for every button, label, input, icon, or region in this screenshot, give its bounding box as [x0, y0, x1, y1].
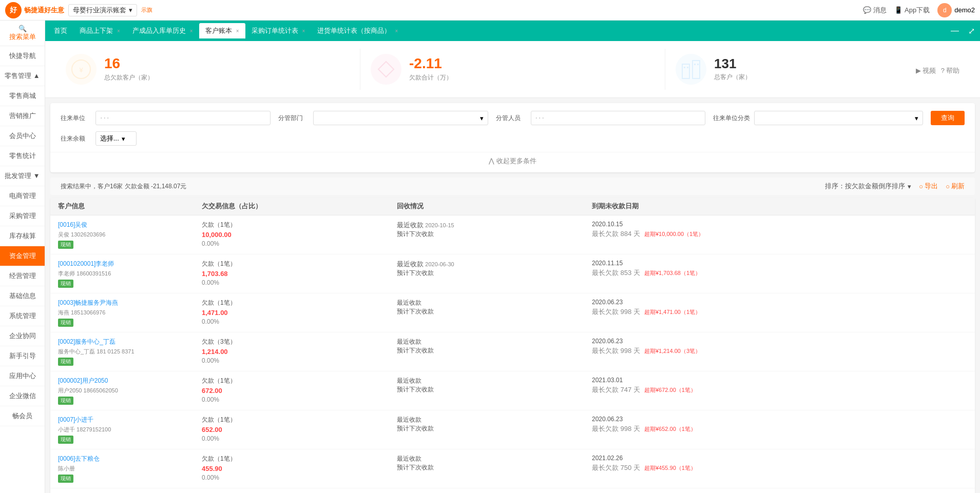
filter-collapse-btn[interactable]: ⋀ 收起更多条件 [50, 152, 975, 170]
overdue-text-row6[interactable]: 超期¥652.00（1笔） [644, 426, 696, 432]
client-name-row3[interactable]: [0003]畅捷服务尹海燕 [58, 299, 202, 307]
logo-area: 好 畅捷通好生意 [5, 2, 64, 18]
client-tag-row7: 现销 [58, 475, 73, 483]
tab-close-purchase-stats[interactable]: × [302, 28, 305, 34]
header-due-date: 到期未收款日期 [592, 202, 967, 211]
debt-label-row7: 欠款（1笔） [202, 455, 397, 463]
tab-home[interactable]: 首页 [48, 23, 73, 38]
tab-customer-account[interactable]: 客户账本 × [199, 23, 245, 38]
sidebar-item-system-mgmt[interactable]: 系统管理 [0, 306, 45, 326]
client-tag-row1: 现销 [58, 241, 73, 249]
due-date-row2: 2020.11.15 [592, 260, 967, 267]
refresh-btn[interactable]: ○ 刷新 [946, 182, 965, 191]
app-download-action[interactable]: 📱 App下载 [894, 6, 930, 15]
overdue-days-row3: 最长欠款 998 天 超期¥1,471.00（1笔） [592, 307, 967, 317]
sidebar-item-enterprise-collab[interactable]: 企业协同 [0, 326, 45, 346]
client-name-row4[interactable]: [0002]服务中心_丁磊 [58, 338, 202, 346]
overdue-text-row3[interactable]: 超期¥1,471.00（1笔） [644, 309, 701, 315]
message-action[interactable]: 💬 消息 [863, 6, 887, 15]
client-name-row2[interactable]: [0001020001]李老师 [58, 260, 202, 268]
sort-selector[interactable]: 排序：按欠款金额倒序排序 ▾ [825, 182, 911, 191]
sidebar-item-new-guide[interactable]: 新手引导 [0, 346, 45, 366]
company-selector[interactable]: 母婴行业演示账套 ▾ [68, 4, 137, 16]
sidebar-item-marketing[interactable]: 营销推广 [0, 106, 45, 126]
stat-card-debt-amount: -2.11 欠款合计（万） [360, 49, 665, 90]
filter-dept: 分管部门 ▾ [278, 111, 488, 125]
due-col-row2: 2020.11.15 最长欠款 853 天 超期¥1,703.68（1笔） [592, 260, 967, 278]
svg-text:¥: ¥ [79, 66, 83, 74]
balance-dropdown[interactable]: 选择... ▾ [95, 131, 137, 146]
logo-icon: 好 [5, 2, 22, 18]
tab-minimize-btn[interactable]: — [948, 25, 962, 36]
tab-close-production-history[interactable]: × [190, 28, 193, 34]
sidebar-item-operations-mgmt[interactable]: 经营管理 [0, 266, 45, 286]
tab-expand-btn[interactable]: ⤢ [966, 25, 977, 37]
tab-products-up-down[interactable]: 商品上下架 × [73, 23, 126, 38]
debt-label-row6: 欠款（1笔） [202, 416, 397, 424]
debt-label-row2: 欠款（1笔） [202, 260, 397, 268]
client-detail-row1: 吴俊 13026203696 [58, 231, 202, 239]
table-row: [0001020001]李老师 李老师 18600391516 现销 欠款（1笔… [50, 254, 975, 293]
tab-close-customer-account[interactable]: × [236, 28, 239, 34]
return-col-row5: 最近收款 预计下次收款 [397, 377, 592, 394]
stat-icon-diamond [371, 54, 401, 85]
overdue-text-row1[interactable]: 超期¥10,000.00（1笔） [644, 231, 704, 237]
tab-close-products-up-down[interactable]: × [117, 28, 120, 34]
return-next-row3: 预计下次收款 [397, 307, 592, 316]
client-detail-row7: 陈小册 [58, 465, 202, 472]
client-name-row7[interactable]: [0006]去下粮仓 [58, 455, 202, 463]
page-content: ¥ 16 总欠款客户（家） -2. [45, 41, 980, 493]
overdue-text-row2[interactable]: 超期¥1,703.68（1笔） [644, 270, 701, 276]
manager-label: 分管人员 [496, 114, 527, 123]
help-btn[interactable]: ? 帮助 [941, 66, 959, 75]
table-row: [0016]吴俊 吴俊 13026203696 现销 欠款（1笔） 10,000… [50, 215, 975, 254]
overdue-text-row4[interactable]: 超期¥1,214.00（3笔） [644, 348, 701, 354]
sidebar-item-vip-member[interactable]: 畅会员 [0, 406, 45, 426]
sidebar-item-app-center[interactable]: 应用中心 [0, 366, 45, 386]
sidebar-item-batch-mgmt[interactable]: 批发管理 ▼ [0, 166, 45, 186]
search-btn[interactable]: 查询 [931, 111, 965, 125]
return-next-row4: 预计下次收款 [397, 346, 592, 355]
sidebar-item-retail-stats[interactable]: 零售统计 [0, 146, 45, 166]
dept-select[interactable]: ▾ [313, 111, 488, 125]
overdue-text-row5[interactable]: 超期¥672.00（1笔） [644, 387, 696, 393]
return-next-row2: 预计下次收款 [397, 269, 592, 278]
due-col-row7: 2021.02.26 最长欠款 750 天 超期¥455.90（1笔） [592, 455, 967, 472]
overdue-text-row7[interactable]: 超期¥455.90（1笔） [644, 465, 696, 471]
tab-purchase-product-stats[interactable]: 进货单统计表（按商品） × [311, 23, 404, 38]
debt-label-row1: 欠款（1笔） [202, 221, 397, 229]
user-profile[interactable]: d demo2 [937, 3, 975, 17]
tab-purchase-stats[interactable]: 采购订单统计表 × [245, 23, 312, 38]
return-label-row5: 最近收款 [397, 377, 592, 385]
video-btn[interactable]: ▶ 视频 [916, 66, 936, 75]
total-debt-amount-number: -2.11 [409, 56, 452, 71]
client-name-row1[interactable]: [0016]吴俊 [58, 221, 202, 229]
debt-amount-row1: 10,000.00 [202, 231, 397, 239]
tab-close-purchase-product-stats[interactable]: × [395, 28, 398, 34]
debt-ratio-row2: 0.00% [202, 279, 397, 286]
store-front-link[interactable]: 示旗 [141, 6, 152, 14]
export-btn[interactable]: ○ 导出 [919, 182, 938, 191]
search-menu-btn[interactable]: 🔍 搜索菜单 [0, 21, 45, 46]
sidebar-item-basic-info[interactable]: 基础信息 [0, 286, 45, 306]
sidebar-item-inventory[interactable]: 库存核算 [0, 226, 45, 246]
svg-rect-6 [687, 67, 688, 68]
sidebar-item-purchase-mgmt[interactable]: 采购管理 [0, 206, 45, 226]
sidebar-item-ecommerce-mgmt[interactable]: 电商管理 [0, 186, 45, 206]
sidebar-item-quick-nav[interactable]: 快捷导航 [0, 46, 45, 66]
sidebar-item-member-center[interactable]: 会员中心 [0, 126, 45, 146]
manager-input[interactable]: ··· [531, 111, 706, 125]
client-name-row5[interactable]: [000002]用户2050 [58, 377, 202, 385]
sidebar-item-finance-mgmt[interactable]: 资金管理 [0, 246, 45, 266]
header-return-info: 回收情况 [397, 202, 592, 211]
debt-amount-row7: 455.90 [202, 465, 397, 472]
tab-production-history[interactable]: 产成品入库单历史 × [126, 23, 199, 38]
source-unit-input[interactable]: ··· [95, 111, 271, 125]
results-summary: 搜索结果中，客户16家 欠款金额 -21,148.07元 [61, 182, 186, 191]
sidebar-item-enterprise-wechat[interactable]: 企业微信 [0, 386, 45, 406]
sidebar-item-retail-mgmt[interactable]: 零售管理 ▲ [0, 66, 45, 86]
client-name-row6[interactable]: [0007]小进千 [58, 416, 202, 424]
due-col-row1: 2020.10.15 最长欠款 884 天 超期¥10,000.00（1笔） [592, 221, 967, 239]
sidebar-item-retail-mall[interactable]: 零售商城 [0, 86, 45, 106]
source-unit-category-select[interactable]: ▾ [754, 111, 923, 125]
